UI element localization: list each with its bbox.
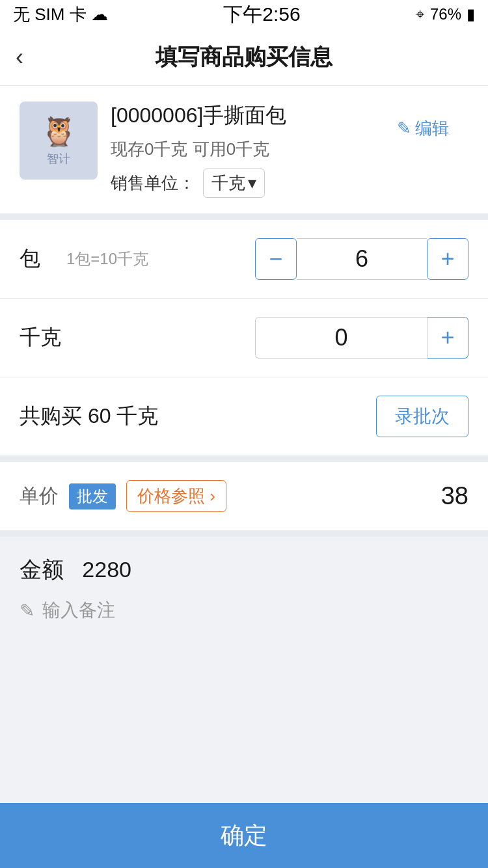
confirm-text: 确定 bbox=[221, 820, 267, 852]
note-placeholder: 输入备注 bbox=[42, 598, 115, 623]
price-badge: 批发 bbox=[69, 483, 116, 509]
chevron-down-icon: ▾ bbox=[248, 173, 256, 193]
bao-qty-row: 包 1包=10千克 − + bbox=[0, 220, 488, 299]
kg-qty-row: 千克 + bbox=[0, 299, 488, 377]
pencil-icon: ✎ bbox=[20, 600, 34, 621]
amount-row: 金额 2280 bbox=[20, 555, 468, 585]
unit-select[interactable]: 千克 ▾ bbox=[203, 169, 265, 198]
product-card: 🦉 智计 ✎ 编辑 [0000006]手撕面包 现存0千克 可用0千克 销售单位… bbox=[0, 86, 488, 220]
price-value: 38 bbox=[441, 482, 468, 510]
price-section: 单价 批发 价格参照 › 38 bbox=[0, 462, 488, 537]
total-row: 共购买 60 千克 录批次 bbox=[0, 377, 488, 455]
bao-hint: 1包=10千克 bbox=[66, 249, 255, 269]
kg-qty-input[interactable] bbox=[255, 317, 427, 359]
page-title: 填写商品购买信息 bbox=[156, 42, 332, 72]
product-stock: 现存0千克 可用0千克 bbox=[111, 138, 468, 161]
note-row[interactable]: ✎ 输入备注 bbox=[20, 598, 468, 623]
bao-qty-control: − + bbox=[255, 238, 468, 280]
bao-qty-input[interactable] bbox=[297, 238, 427, 280]
bao-section: 包 1包=10千克 − + 千克 + 共购买 60 千克 录批次 bbox=[0, 220, 488, 462]
status-time: 下午2:56 bbox=[223, 1, 300, 28]
unit-label: 销售单位： bbox=[111, 172, 195, 195]
back-button[interactable]: ‹ bbox=[16, 44, 23, 71]
status-right: ⌖ 76% ▮ bbox=[416, 5, 475, 23]
bao-plus-button[interactable]: + bbox=[427, 238, 468, 280]
kg-plus-button[interactable]: + bbox=[427, 317, 468, 359]
amount-label: 金额 bbox=[20, 557, 64, 582]
product-thumbnail: 🦉 智计 bbox=[33, 115, 85, 167]
kg-label: 千克 bbox=[20, 323, 61, 352]
bao-label: 包 bbox=[20, 245, 59, 273]
amount-section: 金额 2280 ✎ 输入备注 bbox=[0, 537, 488, 641]
sim-label: 无 SIM 卡 ☁ bbox=[13, 3, 108, 26]
battery-level: 76% bbox=[430, 5, 461, 23]
nav-bar: ‹ 填写商品购买信息 bbox=[0, 29, 488, 86]
edit-button[interactable]: ✎ 编辑 bbox=[397, 117, 449, 140]
price-ref-button[interactable]: 价格参照 › bbox=[126, 480, 226, 512]
status-left: 无 SIM 卡 ☁ bbox=[13, 3, 108, 26]
battery-icon: ⌖ bbox=[416, 5, 425, 23]
edit-icon: ✎ bbox=[397, 118, 411, 139]
total-label: 共购买 60 千克 bbox=[20, 402, 158, 431]
product-unit-row: 销售单位： 千克 ▾ bbox=[111, 169, 468, 198]
product-image: 🦉 智计 bbox=[20, 102, 98, 180]
batch-button[interactable]: 录批次 bbox=[376, 396, 468, 437]
bao-minus-button[interactable]: − bbox=[255, 238, 297, 280]
status-bar: 无 SIM 卡 ☁ 下午2:56 ⌖ 76% ▮ bbox=[0, 0, 488, 29]
product-details: ✎ 编辑 [0000006]手撕面包 现存0千克 可用0千克 销售单位： 千克 … bbox=[111, 102, 468, 198]
price-label: 单价 bbox=[20, 483, 59, 509]
confirm-bar[interactable]: 确定 bbox=[0, 803, 488, 868]
battery-bar: ▮ bbox=[467, 5, 475, 23]
amount-value: 2280 bbox=[82, 557, 131, 582]
